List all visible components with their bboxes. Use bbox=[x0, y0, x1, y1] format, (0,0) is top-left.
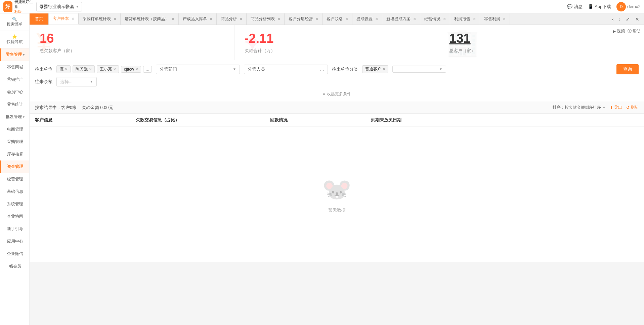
close-icon[interactable]: ✕ bbox=[443, 17, 446, 21]
content-area: 首页 客户账本 ✕ 采购订单统计表 ✕ 进货单统计表（按商品） ✕ 产成品入库单… bbox=[30, 13, 644, 325]
tab-close-button[interactable]: ✕ bbox=[633, 16, 641, 23]
export-button[interactable]: ⬆ 导出 bbox=[610, 105, 622, 110]
close-icon[interactable]: ✕ bbox=[277, 17, 280, 21]
close-icon[interactable]: ✕ bbox=[172, 17, 174, 21]
sidebar-item-basic[interactable]: 基础信息 bbox=[0, 185, 29, 198]
category-tag[interactable]: 普通客户 ✕ bbox=[362, 65, 388, 73]
more-tags-button[interactable]: … bbox=[143, 66, 152, 73]
sidebar-item-wechat[interactable]: 企业微信 bbox=[0, 248, 29, 260]
chevron-down-icon: ▼ bbox=[76, 5, 79, 8]
close-icon[interactable]: ✕ bbox=[72, 17, 74, 21]
tab-left-button[interactable]: ‹ bbox=[610, 16, 616, 23]
page-content: ¥ 16 总欠款客户（家） ✦ -2.11 欠款合计（万） 🏢 131 总 bbox=[30, 25, 644, 325]
tab-controls: ‹ › ⤢ ✕ bbox=[607, 16, 644, 23]
filter-tag-1[interactable]: 佤 ✕ bbox=[56, 65, 71, 73]
sidebar-item-retail[interactable]: 零售管理 ▾ bbox=[0, 48, 29, 61]
dept-select[interactable]: 分管部门 ▼ bbox=[156, 65, 240, 74]
tab-operation-status[interactable]: 经营情况 ✕ bbox=[420, 13, 450, 25]
filter-tag-2[interactable]: 陈民强 ✕ bbox=[73, 65, 95, 73]
tab-customer-segment[interactable]: 客户分层经营 ✕ bbox=[285, 13, 323, 25]
person-more-icon[interactable]: … bbox=[320, 67, 324, 72]
message-button[interactable]: 💬 消息 bbox=[567, 4, 583, 10]
tab-new-promotion[interactable]: 新增提成方案 ✕ bbox=[382, 13, 420, 25]
tab-retail-profit[interactable]: 零售利润 ✕ bbox=[480, 13, 510, 25]
logo-text: 畅捷通好生意 标版 bbox=[14, 0, 33, 14]
person-select[interactable]: 分管人员 … bbox=[244, 65, 328, 74]
category-select-dropdown[interactable]: ▼ bbox=[392, 66, 446, 73]
tab-expand-button[interactable]: ⤢ bbox=[624, 16, 632, 23]
results-info: 搜索结果中，客户0家 欠款金额 0.00元 bbox=[35, 105, 113, 111]
close-icon[interactable]: ✕ bbox=[315, 17, 318, 21]
filters-area: 往来单位 佤 ✕ 陈民强 ✕ 王小亮 bbox=[30, 60, 644, 102]
close-icon[interactable]: ✕ bbox=[114, 17, 116, 21]
sidebar-item-ecommerce[interactable]: 电商管理 bbox=[0, 123, 29, 136]
refresh-button[interactable]: ↺ 刷新 bbox=[626, 105, 639, 110]
sidebar-item-finance[interactable]: 资金管理 bbox=[0, 160, 29, 173]
quick-nav-item[interactable]: ⭐ 快捷导航 bbox=[0, 31, 29, 48]
filter-tag-3[interactable]: 王小亮 ✕ bbox=[97, 65, 119, 73]
close-icon[interactable]: ✕ bbox=[210, 17, 212, 21]
col-overdue-date: 到期未放欠日期 bbox=[371, 117, 639, 123]
user-menu[interactable]: D demo2 bbox=[616, 2, 641, 11]
sidebar-item-enterprise[interactable]: 企业协同 bbox=[0, 210, 29, 223]
chevron-down-icon: ▼ bbox=[233, 67, 236, 71]
chevron-down-icon: ▼ bbox=[90, 80, 93, 83]
tab-goods-analysis-list[interactable]: 商品分析列表 ✕ bbox=[247, 13, 285, 25]
sidebar-item-purchase[interactable]: 采购管理 bbox=[0, 136, 29, 148]
empty-text: 暂无数据 bbox=[328, 207, 346, 213]
video-button[interactable]: ▶ 视频 bbox=[613, 28, 625, 34]
sidebar-item-batch[interactable]: 批发管理 ▾ bbox=[0, 111, 29, 123]
sidebar-item-retail-mall[interactable]: 零售商城 bbox=[0, 61, 29, 73]
sidebar-item-new-guide[interactable]: 新手引导 bbox=[0, 223, 29, 235]
close-icon[interactable]: ✕ bbox=[473, 17, 476, 21]
sidebar-item-system[interactable]: 系统管理 bbox=[0, 198, 29, 210]
remove-tag-3-icon[interactable]: ✕ bbox=[113, 67, 116, 71]
collapse-button[interactable]: ∧ 收起更多条件 bbox=[35, 89, 639, 98]
message-icon: 💬 bbox=[567, 4, 572, 9]
search-menu-item[interactable]: 🔍 搜索菜单 bbox=[0, 13, 29, 31]
tab-right-button[interactable]: › bbox=[617, 16, 622, 23]
tab-home[interactable]: 首页 bbox=[30, 13, 49, 25]
close-icon[interactable]: ✕ bbox=[240, 17, 242, 21]
sidebar-item-marketing[interactable]: 营销推广 bbox=[0, 73, 29, 86]
app-download-button[interactable]: 📱 App下载 bbox=[588, 4, 611, 10]
sidebar-item-retail-stat[interactable]: 零售统计 bbox=[0, 98, 29, 111]
close-icon[interactable]: ✕ bbox=[375, 17, 378, 21]
filter-tags: 佤 ✕ 陈民强 ✕ 王小亮 ✕ bbox=[56, 65, 152, 73]
sidebar-item-operation[interactable]: 经营管理 bbox=[0, 173, 29, 185]
filter-tag-4[interactable]: cjttcw ✕ bbox=[121, 66, 141, 73]
sidebar-item-inventory[interactable]: 库存核算 bbox=[0, 148, 29, 160]
data-table: 客户信息 欠款交易信息（占比） 回款情况 到期未放欠日期 🐭 暂无数据 bbox=[30, 114, 644, 262]
tab-goods-instock[interactable]: 进货单统计表（按商品） ✕ bbox=[121, 13, 179, 25]
close-icon[interactable]: ✕ bbox=[345, 17, 348, 21]
remove-tag-1-icon[interactable]: ✕ bbox=[65, 67, 68, 71]
search-icon: 🔍 bbox=[3, 17, 27, 22]
tab-promotion-settings[interactable]: 提成设置 ✕ bbox=[352, 13, 382, 25]
category-tags: 普通客户 ✕ bbox=[362, 65, 388, 73]
tab-purchase-order[interactable]: 采购订单统计表 ✕ bbox=[79, 13, 121, 25]
balance-select[interactable]: 选择... ▼ bbox=[56, 77, 97, 86]
remove-tag-2-icon[interactable]: ✕ bbox=[89, 67, 92, 71]
tab-customer-ledger[interactable]: 客户账本 ✕ bbox=[49, 13, 79, 25]
sort-select[interactable]: 排序：按欠款金额倒序排序 ▼ bbox=[553, 105, 606, 110]
main-layout: 🔍 搜索菜单 ⭐ 快捷导航 零售管理 ▾ 零售商城 营销推广 会员中心 零售统计 bbox=[0, 13, 644, 325]
tab-profit-report[interactable]: 利润报告 ✕ bbox=[450, 13, 480, 25]
sidebar-item-app-center[interactable]: 应用中心 bbox=[0, 235, 29, 248]
chevron-icon: ▾ bbox=[23, 115, 25, 119]
close-icon[interactable]: ✕ bbox=[413, 17, 416, 21]
remove-tag-4-icon[interactable]: ✕ bbox=[135, 67, 138, 71]
tab-product-instock[interactable]: 产成品入库单 ✕ bbox=[179, 13, 217, 25]
chevron-down-icon: ▼ bbox=[602, 106, 606, 109]
sidebar-item-member[interactable]: 会员中心 bbox=[0, 86, 29, 98]
query-button[interactable]: 查询 bbox=[616, 64, 639, 74]
remove-category-icon[interactable]: ✕ bbox=[383, 67, 385, 71]
sidebar-item-vip[interactable]: 畅会员 bbox=[0, 260, 29, 273]
close-icon[interactable]: ✕ bbox=[503, 17, 506, 21]
tab-goods-analysis[interactable]: 商品分析 ✕ bbox=[217, 13, 247, 25]
store-selector[interactable]: 母婴行业演示帐套 ▼ bbox=[36, 2, 82, 11]
table-header: 客户信息 欠款交易信息（占比） 回款情况 到期未放欠日期 bbox=[30, 114, 644, 127]
tab-customer-contact[interactable]: 客户联络 ✕ bbox=[323, 13, 352, 25]
chevron-up-icon: ∧ bbox=[323, 92, 326, 96]
help-button[interactable]: ⓘ 帮助 bbox=[628, 28, 641, 34]
tab-bar: 首页 客户账本 ✕ 采购订单统计表 ✕ 进货单统计表（按商品） ✕ 产成品入库单… bbox=[30, 13, 644, 25]
